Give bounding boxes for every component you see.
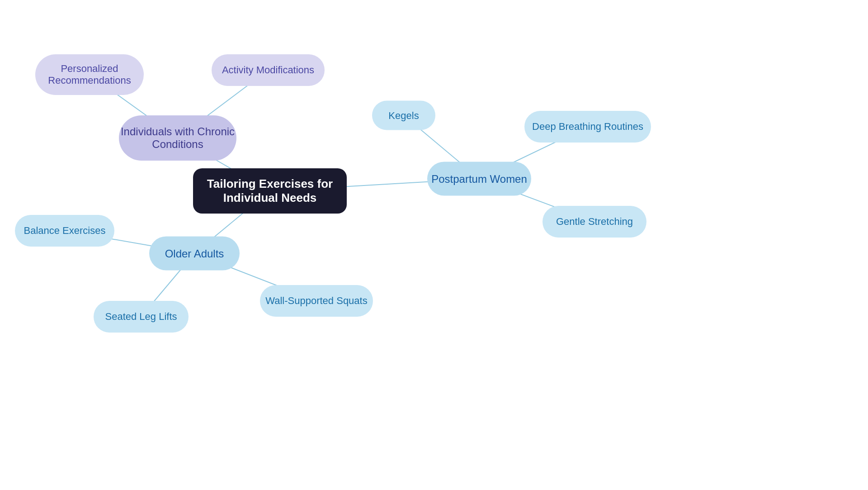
node-balance[interactable]: Balance Exercises xyxy=(15,215,114,247)
node-kegels[interactable]: Kegels xyxy=(372,101,435,130)
node-postpartum[interactable]: Postpartum Women xyxy=(427,162,531,196)
node-gentle[interactable]: Gentle Stretching xyxy=(542,206,646,238)
node-seated[interactable]: Seated Leg Lifts xyxy=(94,301,189,333)
node-wall[interactable]: Wall-Supported Squats xyxy=(260,285,373,317)
node-chronic[interactable]: Individuals with Chronic Conditions xyxy=(119,115,236,161)
node-older[interactable]: Older Adults xyxy=(149,237,240,271)
node-activity[interactable]: Activity Modifications xyxy=(212,54,325,86)
node-personalized[interactable]: Personalized Recommendations xyxy=(35,54,144,95)
node-deep[interactable]: Deep Breathing Routines xyxy=(524,111,651,143)
node-center[interactable]: Tailoring Exercises for Individual Needs xyxy=(193,168,347,214)
mind-map-container: Tailoring Exercises for Individual Needs… xyxy=(0,0,868,490)
